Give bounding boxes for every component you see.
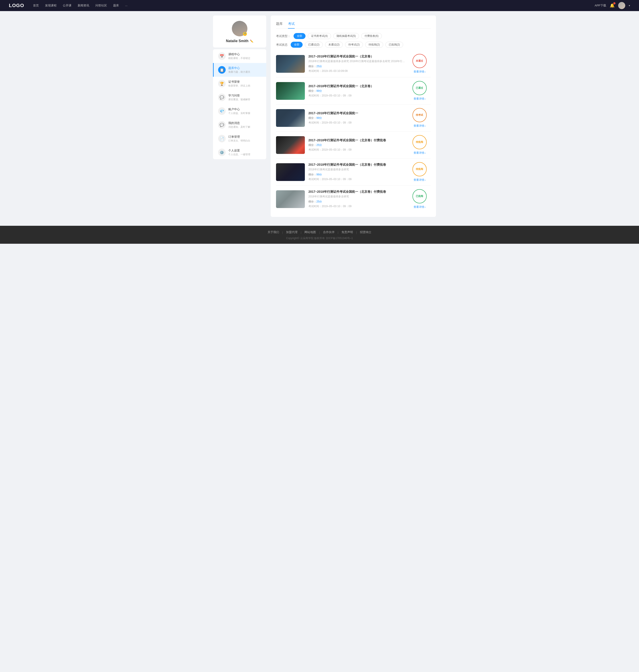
nav-news[interactable]: 新闻资讯 [78, 3, 89, 7]
thumb-image [276, 55, 305, 73]
arrow-right-icon: › [425, 151, 425, 155]
sidebar-item-text: 题库中心 海量习题，助力通关 [228, 66, 262, 74]
main-nav: 首页 发现课程 公开课 新闻资讯 问答社区 题库 ··· [33, 3, 595, 7]
sidebar-item-course[interactable]: 📅 课程中心 精彩课程，不容错过 [213, 49, 266, 63]
sidebar-item-certificate[interactable]: 🏆 证书荣誉 收获荣誉、持证上岗 [213, 77, 266, 91]
avatar[interactable] [618, 2, 625, 9]
nav-bank[interactable]: 题库 [113, 3, 119, 7]
thumb-image [276, 82, 305, 100]
time-value: 2019–05–03 10:09:09 [322, 69, 348, 73]
stamp-text: 待批阅 [415, 141, 424, 144]
detail-link[interactable]: 查看详情 › [414, 178, 425, 182]
sidebar: 🏅 Natalie Smith ✏️ 📅 课程中心 精彩课程，不容错过 📋 题库… [213, 16, 266, 217]
sidebar-item-text: 证书荣誉 收获荣誉、持证上岗 [228, 80, 262, 87]
tab-exam[interactable]: 考试 [288, 20, 295, 29]
thumb-image [276, 136, 305, 154]
exam-action: 待批阅 查看详情 › [408, 162, 431, 182]
sidebar-menu: 📅 课程中心 精彩课程，不容错过 📋 题库中心 海量习题，助力通关 🏆 证书荣誉… [213, 49, 266, 159]
course-center-icon: 📅 [218, 52, 225, 60]
footer-about[interactable]: 关于我们 [264, 230, 282, 234]
tab-bank[interactable]: 题库 [276, 20, 283, 29]
sidebar-item-bank[interactable]: 📋 题库中心 海量习题，助力通关 [213, 63, 266, 77]
status-badge: 已通过 [412, 81, 427, 95]
detail-link[interactable]: 查看详情 › [414, 70, 425, 74]
filter-status-review[interactable]: 待批阅(2) [365, 42, 383, 48]
footer-agent[interactable]: 加盟代理 [283, 230, 301, 234]
sidebar-item-qa[interactable]: 💬 学习问答 课后重温、疑难解答 [213, 91, 266, 104]
sidebar-item-title: 账户中心 [228, 107, 262, 111]
footer-recruit[interactable]: 招贤纳士 [357, 230, 375, 234]
arrow-right-icon: › [425, 178, 425, 182]
exam-info: 2017–2018年行测证件考试全国统一（北京卷）付费批卷 2018年行测考试是… [308, 163, 405, 181]
filter-type-random[interactable]: 随机抽题考试(5) [333, 33, 359, 39]
nav-home[interactable]: 首页 [33, 3, 39, 7]
exam-thumbnail [276, 190, 305, 208]
time-label: 考试时间： [308, 205, 322, 208]
stamp-text: 未通过 [415, 60, 424, 62]
footer-partner[interactable]: 合作伙伴 [320, 230, 338, 234]
thumb-image [276, 190, 305, 208]
footer-sitemap[interactable]: 网站地图 [301, 230, 319, 234]
sidebar-item-text: 个人设置 个人信息、一键管理 [228, 148, 262, 156]
notification-bell[interactable]: 🔔 [610, 3, 614, 8]
sidebar-item-desc: 个人权益、实时掌握 [228, 112, 262, 115]
detail-link[interactable]: 查看详情 › [414, 124, 425, 128]
exam-score: 得分：25分 [308, 200, 405, 204]
sidebar-item-desc: 个人信息、一键管理 [228, 153, 262, 156]
exam-time: 考试时间：2019–05–03 10：09：09 [308, 121, 405, 125]
detail-link[interactable]: 查看详情 › [414, 151, 425, 155]
exam-time: 考试时间：2019–05–03 10：09：09 [308, 94, 405, 98]
status-badge: 待批阅 [412, 135, 427, 149]
arrow-right-icon: › [425, 97, 425, 100]
score-label: 得分： [308, 200, 316, 203]
detail-link[interactable]: 查看详情 › [414, 97, 425, 101]
chevron-down-icon[interactable]: ▾ [629, 4, 630, 7]
filter-status-failed[interactable]: 未通过(2) [325, 42, 343, 48]
score-label: 得分： [308, 144, 316, 147]
sidebar-item-settings[interactable]: ⚙️ 个人设置 个人信息、一键管理 [213, 145, 266, 159]
time-value: 2019–05–03 10：09：09 [322, 148, 352, 151]
score-value: 25分 [316, 144, 322, 147]
filter-type-cert[interactable]: 证书类考试(4) [308, 33, 331, 39]
stamp-text: 待考试 [415, 114, 424, 116]
nav-more[interactable]: ··· [125, 4, 128, 7]
table-row: 2017–2018年行测证件考试全国统一（北京卷） 2018年行测考试是最值得多… [276, 50, 431, 77]
sidebar-item-account[interactable]: 💎 账户中心 个人权益、实时掌握 [213, 104, 266, 118]
sidebar-item-text: 我的消息 消息通知、及时了解 [228, 121, 262, 128]
edit-icon[interactable]: ✏️ [250, 39, 253, 43]
sidebar-item-title: 个人设置 [228, 148, 262, 153]
sidebar-item-text: 账户中心 个人权益、实时掌握 [228, 107, 262, 115]
stamp-text: 待批阅 [415, 168, 424, 171]
filter-status-pending[interactable]: 待考试(2) [345, 42, 363, 48]
filter-status-all[interactable]: 全部 [291, 42, 302, 48]
detail-link[interactable]: 查看详情 › [414, 205, 425, 209]
logo: LOGO [9, 3, 24, 9]
score-label: 得分： [308, 173, 316, 176]
filter-status-label: 考试状态 [276, 43, 287, 47]
exam-thumbnail [276, 163, 305, 181]
filter-type-paid[interactable]: 付费批卷(6) [361, 33, 382, 39]
app-download-button[interactable]: APP下载 [595, 3, 606, 7]
score-value: 25分 [316, 200, 322, 203]
score-value: 99分 [316, 116, 322, 119]
score-label: 得分： [308, 90, 316, 93]
nav-discover[interactable]: 发现课程 [45, 3, 57, 7]
thumb-image [276, 163, 305, 181]
filter-status-passed[interactable]: 已通过(2) [305, 42, 323, 48]
exam-desc: 2018年行测考试是最值得多去研究 2018年行测考试是最值得多去研究 2018… [308, 60, 405, 63]
score-label: 得分： [308, 65, 316, 68]
exam-time: 考试时间：2019–05–03 10:09:09 [308, 69, 405, 73]
profile-name-row: Natalie Smith ✏️ [217, 39, 263, 43]
sidebar-item-messages[interactable]: 💬 我的消息 消息通知、及时了解 [213, 118, 266, 132]
exam-thumbnail [276, 55, 305, 73]
nav-open-course[interactable]: 公开课 [63, 3, 72, 7]
exam-thumbnail [276, 82, 305, 100]
filter-status-reviewed[interactable]: 已批阅(2) [385, 42, 403, 48]
sidebar-item-orders[interactable]: 📄 订单管理 订单支出、明明白白 [213, 132, 266, 145]
exam-info: 2017–2018年行测证件考试全国统一（北京卷）付费批卷 得分：25分 考试时… [308, 139, 405, 152]
sidebar-item-desc: 收获荣誉、持证上岗 [228, 84, 262, 87]
filter-type-all[interactable]: 全部 [294, 33, 306, 39]
nav-qa[interactable]: 问答社区 [95, 3, 107, 7]
exam-list: 2017–2018年行测证件考试全国统一（北京卷） 2018年行测考试是最值得多… [276, 50, 431, 212]
footer-disclaimer[interactable]: 免责声明 [338, 230, 356, 234]
